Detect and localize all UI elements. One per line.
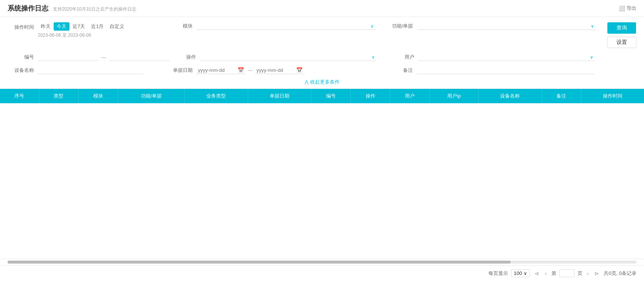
doc-date-from[interactable]: 📅	[196, 66, 246, 74]
module-label: 模块	[166, 23, 193, 29]
table-header-cell: 单据日期	[248, 89, 311, 103]
query-button[interactable]: 查询	[607, 22, 636, 34]
export-button[interactable]: ⬜ 导出	[619, 5, 636, 12]
first-page-button[interactable]: ⊲	[533, 270, 541, 277]
table-header-cell: 类型	[39, 89, 78, 103]
time-btn-yesterday[interactable]: 昨天	[38, 22, 54, 31]
page-unit: 页	[578, 270, 582, 277]
operation-arrow-icon: ∨	[372, 54, 375, 60]
number-filter: 编号 —	[8, 53, 170, 61]
time-btn-today[interactable]: 今天	[54, 22, 69, 31]
time-range-text: 2023-06-06 至 2023-06-06	[38, 32, 127, 39]
prev-page-button[interactable]: ‹	[544, 270, 548, 277]
pagination-area: 每页显示 100 ∨ ⊲ ‹ 第 1 页 › ⊳ 共0页, 0条记录	[0, 265, 644, 281]
user-input[interactable]	[420, 54, 588, 60]
module-filter: 模块 ∨	[166, 22, 375, 30]
table-header-cell: 操作	[351, 89, 390, 103]
action-buttons: 查询 设置	[607, 22, 636, 48]
operation-dropdown[interactable]: ∨	[200, 53, 377, 61]
device-input[interactable]	[39, 67, 142, 73]
page-size-label: 每页显示	[488, 270, 508, 277]
collapse-chevron-icon: ⋀	[305, 79, 309, 85]
number-dash: —	[101, 54, 106, 60]
filter-area: 操作时间 昨天 今天 近7天 近1月 自定义 2023-06-06 至 2023…	[0, 17, 644, 89]
operation-input[interactable]	[201, 54, 370, 60]
number-to[interactable]	[111, 54, 168, 60]
number-from[interactable]	[39, 54, 97, 60]
page-number-input[interactable]: 1	[559, 269, 575, 277]
table-header-cell: 操作时间	[581, 89, 644, 103]
last-page-button[interactable]: ⊳	[593, 270, 601, 277]
number-from-input[interactable]	[38, 53, 98, 61]
doc-date-to-input[interactable]	[256, 67, 296, 73]
export-label: 导出	[627, 5, 636, 12]
time-options: 昨天 今天 近7天 近1月 自定义	[38, 22, 127, 31]
data-table: 序号类型模块功能/单据业务类型单据日期编号操作用户用户ip设备名称备注操作时间	[0, 89, 644, 103]
empty-area	[0, 181, 644, 259]
doc-date-dash: —	[248, 67, 253, 73]
remark-input-wrap[interactable]	[417, 67, 595, 74]
collapse-label: 收起更多条件	[310, 79, 340, 85]
page-size-arrow-icon: ∨	[524, 270, 527, 276]
table-header-cell: 用户ip	[429, 89, 478, 103]
time-filter-section: 操作时间 昨天 今天 近7天 近1月 自定义 2023-06-06 至 2023…	[8, 22, 166, 39]
page-header: 系统操作日志 支持2020年10月31日之后产生的操作日志 ⬜ 导出	[0, 0, 644, 17]
time-btn-1month[interactable]: 近1月	[88, 22, 107, 31]
operation-label: 操作	[170, 54, 196, 61]
collapse-button[interactable]: ⋀ 收起更多条件	[305, 79, 340, 85]
doc-date-from-input[interactable]	[198, 67, 238, 73]
page-size-value: 100	[514, 270, 522, 276]
table-header-cell: 序号	[0, 89, 39, 103]
user-filter: 用户 ∨	[388, 53, 595, 61]
module-arrow-icon: ∨	[371, 23, 374, 29]
scrollbar-thumb[interactable]	[8, 261, 511, 264]
doc-date-label: 单据日期	[166, 67, 193, 74]
table-area: 序号类型模块功能/单据业务类型单据日期编号操作用户用户ip设备名称备注操作时间	[0, 89, 644, 181]
remark-input[interactable]	[418, 67, 594, 73]
number-label: 编号	[8, 54, 34, 61]
setting-button[interactable]: 设置	[607, 37, 636, 48]
calendar-from-icon[interactable]: 📅	[238, 67, 244, 73]
device-filter: 设备名称	[8, 67, 166, 74]
table-header-row: 序号类型模块功能/单据业务类型单据日期编号操作用户用户ip设备名称备注操作时间	[0, 89, 644, 103]
user-arrow-icon: ∨	[590, 54, 593, 60]
device-input-wrap[interactable]	[38, 67, 144, 74]
remark-filter: 备注	[386, 67, 595, 74]
function-arrow-icon: ∨	[591, 23, 594, 29]
page-size-select[interactable]: 100 ∨	[511, 269, 530, 277]
user-label: 用户	[388, 54, 414, 61]
table-header-cell: 设备名称	[478, 89, 542, 103]
time-btn-7days[interactable]: 近7天	[69, 22, 88, 31]
table-header-cell: 业务类型	[185, 89, 248, 103]
function-filter: 功能/单据 ∨	[387, 22, 596, 30]
next-page-button[interactable]: ›	[585, 270, 590, 277]
page-subtitle: 支持2020年10月31日之后产生的操作日志	[53, 6, 136, 12]
function-input[interactable]	[419, 23, 590, 29]
total-info: 共0页, 0条记录	[604, 270, 636, 277]
user-dropdown[interactable]: ∨	[418, 53, 595, 61]
number-to-input[interactable]	[109, 53, 170, 61]
function-dropdown[interactable]: ∨	[417, 22, 596, 30]
module-dropdown[interactable]: ∨	[196, 22, 375, 30]
table-header-cell: 用户	[390, 89, 429, 103]
function-label: 功能/单据	[387, 23, 413, 29]
table-header-cell: 模块	[79, 89, 118, 103]
page-current-label: 第	[551, 270, 556, 277]
page-title: 系统操作日志	[8, 4, 48, 13]
scrollbar-track[interactable]	[8, 261, 636, 264]
calendar-to-icon[interactable]: 📅	[296, 67, 303, 73]
device-label: 设备名称	[8, 67, 34, 74]
scrollbar-area[interactable]	[0, 259, 644, 265]
time-btn-custom[interactable]: 自定义	[107, 22, 127, 31]
remark-label: 备注	[386, 67, 413, 74]
doc-date-to[interactable]: 📅	[255, 66, 304, 74]
table-header: 序号类型模块功能/单据业务类型单据日期编号操作用户用户ip设备名称备注操作时间	[0, 89, 644, 103]
operation-filter: 操作 ∨	[170, 53, 377, 61]
header-left: 系统操作日志 支持2020年10月31日之后产生的操作日志	[8, 4, 136, 13]
module-input[interactable]	[198, 23, 369, 29]
doc-date-filter: 单据日期 📅 — 📅	[166, 66, 375, 74]
collapse-row: ⋀ 收起更多条件	[0, 77, 644, 88]
page-wrapper: 系统操作日志 支持2020年10月31日之后产生的操作日志 ⬜ 导出 操作时间 …	[0, 0, 644, 281]
export-icon: ⬜	[619, 5, 625, 11]
table-header-cell: 功能/单据	[118, 89, 184, 103]
